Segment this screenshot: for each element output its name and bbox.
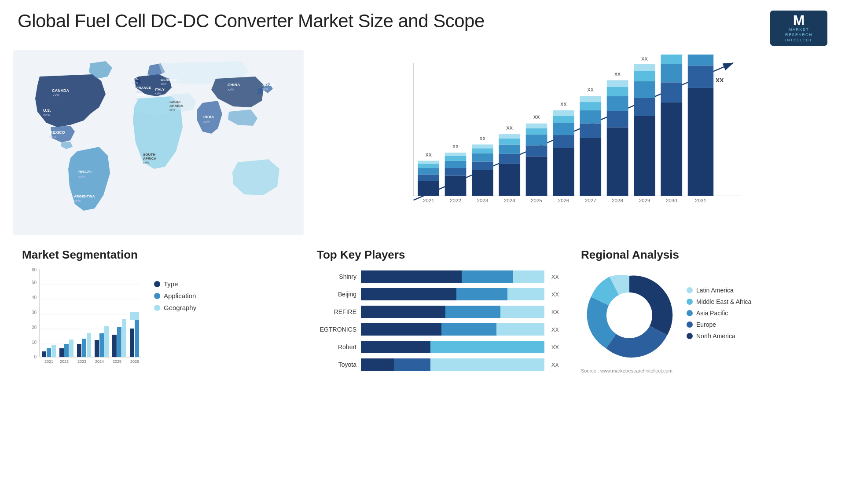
svg-rect-129	[59, 348, 64, 357]
svg-rect-74	[553, 123, 574, 135]
map-section: CANADA xx% U.S. xx% MEXICO xx% BRAZIL xx…	[13, 50, 304, 239]
svg-rect-62	[499, 134, 520, 139]
legend-color	[687, 310, 693, 316]
svg-text:2021: 2021	[44, 359, 53, 364]
svg-rect-37	[418, 181, 439, 196]
svg-rect-106	[688, 88, 713, 196]
bar-chart-svg: XX 2021 XX 2022 XX 2023 XX 20	[317, 55, 823, 217]
svg-text:CANADA: CANADA	[52, 88, 69, 93]
svg-text:2024: 2024	[95, 359, 104, 364]
svg-rect-67	[526, 135, 547, 145]
legend-dot-type	[154, 281, 160, 287]
svg-rect-141	[112, 335, 117, 357]
svg-text:MEXICO: MEXICO	[49, 130, 65, 135]
content-grid: CANADA xx% U.S. xx% MEXICO xx% BRAZIL xx…	[0, 50, 845, 499]
svg-text:40: 40	[32, 295, 37, 300]
svg-rect-86	[607, 128, 628, 196]
svg-text:10: 10	[32, 340, 37, 345]
segmentation-legend: Type Application Geography	[154, 267, 196, 316]
svg-rect-72	[553, 148, 574, 196]
svg-text:2024: 2024	[504, 197, 515, 203]
svg-text:xx%: xx%	[155, 92, 161, 95]
svg-text:SPAIN: SPAIN	[136, 93, 146, 97]
key-players-section: Top Key Players Shinry XX Beijing XX	[308, 244, 568, 499]
svg-text:2026: 2026	[558, 197, 569, 203]
player-bar	[361, 288, 544, 300]
svg-rect-58	[499, 164, 520, 196]
regional-section: Regional Analysis Latin Amer	[572, 244, 832, 499]
svg-text:xx%: xx%	[74, 199, 81, 203]
svg-rect-142	[117, 327, 121, 357]
svg-text:30: 30	[32, 310, 37, 315]
legend-dot-application	[154, 293, 160, 299]
segmentation-chart: 0 10 20 30 40 50 60 2021	[22, 267, 145, 373]
svg-rect-97	[634, 64, 655, 71]
svg-rect-137	[95, 340, 99, 357]
svg-text:2025: 2025	[531, 197, 542, 203]
world-map-svg: CANADA xx% U.S. xx% MEXICO xx% BRAZIL xx…	[13, 50, 304, 235]
svg-text:XX: XX	[479, 136, 485, 141]
svg-rect-47	[445, 156, 467, 161]
svg-text:SOUTH: SOUTH	[143, 153, 155, 157]
svg-text:xx%: xx%	[143, 161, 149, 164]
svg-text:XX: XX	[452, 144, 459, 149]
segmentation-title: Market Segmentation	[22, 248, 295, 262]
svg-text:INDIA: INDIA	[203, 115, 214, 119]
bar-chart-section: XX 2021 XX 2022 XX 2023 XX 20	[308, 50, 832, 239]
svg-rect-44	[445, 176, 467, 196]
legend-europe: Europe	[687, 321, 751, 328]
svg-rect-66	[526, 145, 547, 156]
svg-rect-76	[553, 110, 574, 116]
svg-rect-48	[445, 153, 467, 156]
svg-text:CHINA: CHINA	[228, 83, 240, 87]
svg-rect-88	[607, 96, 628, 111]
legend-dot-geography	[154, 305, 160, 311]
svg-rect-95	[634, 81, 655, 98]
svg-text:XX: XX	[614, 72, 621, 77]
svg-text:xx%: xx%	[132, 81, 138, 84]
svg-text:xx%: xx%	[136, 90, 142, 93]
svg-rect-125	[42, 351, 46, 357]
svg-text:2027: 2027	[585, 197, 596, 203]
legend-geography: Geography	[154, 304, 196, 311]
svg-rect-81	[580, 110, 601, 124]
svg-rect-54	[472, 148, 493, 153]
svg-rect-87	[607, 111, 628, 128]
svg-text:xx%: xx%	[49, 135, 56, 139]
svg-text:xx%: xx%	[161, 82, 166, 85]
svg-rect-101	[661, 82, 682, 102]
svg-text:JAPAN: JAPAN	[262, 83, 274, 87]
player-bar	[361, 270, 544, 283]
player-name: Shinry	[317, 273, 356, 280]
svg-text:2031: 2031	[695, 197, 706, 203]
svg-rect-130	[64, 344, 69, 357]
player-row-egtronics: EGTRONICS XX	[317, 323, 559, 336]
svg-rect-60	[499, 144, 520, 153]
svg-rect-108	[688, 55, 713, 66]
svg-text:XX: XX	[507, 125, 513, 131]
svg-rect-126	[47, 348, 51, 357]
svg-rect-68	[526, 128, 547, 135]
player-row-refire: REFIRE XX	[317, 306, 559, 318]
players-list: Shinry XX Beijing XX REFIRE	[317, 267, 559, 371]
logo-line3: INTELLECT	[785, 38, 812, 43]
svg-text:FRANCE: FRANCE	[136, 86, 151, 90]
svg-rect-39	[418, 168, 439, 175]
svg-text:xx%: xx%	[262, 88, 268, 91]
legend-latin-america: Latin America	[687, 287, 751, 294]
player-bar	[361, 358, 544, 371]
legend-asia-pacific: Asia Pacific	[687, 310, 751, 317]
svg-rect-41	[418, 161, 439, 164]
donut-chart	[581, 267, 678, 364]
svg-text:xx%: xx%	[203, 120, 210, 124]
svg-rect-53	[472, 153, 493, 162]
regional-legend: Latin America Middle East & Africa Asia …	[687, 287, 751, 344]
svg-text:GERMANY: GERMANY	[161, 78, 179, 82]
player-row-beijing: Beijing XX	[317, 288, 559, 300]
svg-text:XX: XX	[560, 102, 566, 107]
svg-rect-51	[472, 170, 493, 196]
svg-rect-143	[122, 319, 126, 357]
svg-text:2022: 2022	[450, 197, 461, 203]
svg-rect-75	[553, 116, 574, 123]
legend-application: Application	[154, 292, 196, 299]
